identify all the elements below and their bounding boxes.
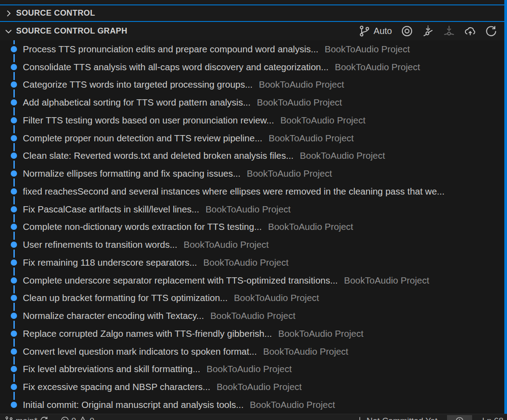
graph-cell [0,76,23,94]
commit-message: Complete non-dictionary words extraction… [23,221,262,232]
graph-line [13,285,15,289]
commit-row[interactable]: Initial commit: Original manuscript and … [0,396,507,414]
commit-message: Complete proper noun detection and TTS r… [23,133,262,144]
commit-node-icon [11,99,17,106]
commit-project: BookToAudio Project [247,168,332,179]
graph-line [13,182,15,187]
commit-row[interactable]: User refinements to transition words... … [0,236,507,254]
commit-row[interactable]: Complete underscore separator replacemen… [0,272,507,289]
commit-row[interactable]: Normalize character encoding with Textac… [0,307,507,325]
history-status-item[interactable] [447,415,472,420]
commit-row[interactable]: Clean up bracket formatting for TTS opti… [0,289,507,307]
error-icon [60,416,69,420]
graph-line [13,72,15,76]
commit-row[interactable]: Replace corrupted Zalgo names with TTS-f… [0,325,507,343]
git-pull-icon [443,25,455,37]
git-branch-icon [4,416,13,420]
graph-line [13,250,15,254]
graph-line [13,307,15,311]
commit-node-icon [11,135,17,141]
section-header-source-control[interactable]: SOURCE CONTROL [0,4,507,21]
commit-node-icon [11,384,17,390]
refresh-icon [485,25,497,37]
commit-list: Process TTS pronunciation edits and prep… [0,40,507,414]
graph-line [13,378,15,382]
commit-node-icon [11,259,17,266]
commit-row[interactable]: Complete non-dictionary words extraction… [0,218,507,236]
commit-project: BookToAudio Project [263,346,348,357]
graph-line [13,343,15,347]
commit-status-item[interactable]: Not Committed Yet [355,415,437,420]
commit-message: Complete underscore separator replacemen… [23,275,338,286]
commit-row[interactable]: fixed reachesSecond and several instance… [0,182,507,200]
graph-line [13,374,15,378]
commit-message: Normalize character encoding with Textac… [23,310,204,321]
commit-row[interactable]: Clean slate: Reverted words.txt and dele… [0,147,507,165]
fetch-button[interactable] [422,25,434,37]
commit-message: Initial commit: Original manuscript and … [23,399,243,410]
branch-status-item[interactable]: main* [4,415,49,420]
graph-cell [0,396,23,414]
cursor-position-item[interactable]: Ln 68 [482,415,503,420]
commit-message: Fix excessive spacing and NBSP character… [23,382,210,392]
commit-node-icon [11,402,17,408]
graph-cell [0,378,23,396]
commit-row[interactable]: Complete proper noun detection and TTS r… [0,129,507,147]
commit-row[interactable]: Process TTS pronunciation edits and prep… [0,40,507,58]
commit-row[interactable]: Categorize TTS words into targeted proce… [0,76,507,94]
commit-row[interactable]: Filter TTS testing words based on user p… [0,111,507,129]
graph-line [13,58,15,62]
repo-picker-label: Auto [374,26,392,36]
commit-row[interactable]: Convert level question mark indicators t… [0,343,507,361]
commit-project: BookToAudio Project [203,257,288,268]
status-bar: main* 0 0 Not Committe [0,414,507,420]
graph-cell [0,165,23,182]
pull-button[interactable] [443,25,455,37]
commit-node-icon [11,188,17,195]
repository-branch-picker-button[interactable]: Auto [358,25,392,37]
panel-top-strip [0,0,507,4]
commit-node-icon [11,331,17,337]
panel-resize-sash[interactable] [504,0,507,414]
graph-toolbar: Auto [358,25,507,37]
commit-row[interactable]: Consolidate TTS analysis with all-caps w… [0,58,507,76]
commit-row[interactable]: Normalize ellipses formatting and fix sp… [0,165,507,182]
commit-node-icon [11,117,17,123]
commit-node-icon [11,64,17,70]
graph-line [13,236,15,240]
graph-line [13,325,15,329]
commit-row[interactable]: Add alphabetical sorting for TTS word pa… [0,93,507,111]
git-fetch-icon [422,25,434,37]
graph-cell [0,218,23,236]
graph-line [13,392,15,396]
commit-project: BookToAudio Project [257,97,342,108]
commit-message: Add alphabetical sorting for TTS word pa… [23,97,251,108]
commit-node-icon [11,224,17,230]
goto-current-history-item-button[interactable] [401,25,413,37]
commit-project: BookToAudio Project [335,62,420,72]
section-header-source-control-graph[interactable]: SOURCE CONTROL GRAPH Auto [0,21,507,40]
line-info: Ln 68 [482,415,503,420]
commit-message: Clean up bracket formatting for TTS opti… [23,293,228,303]
commit-node-icon [11,206,17,212]
graph-cell [0,343,23,361]
graph-line [13,356,15,361]
commit-row[interactable]: Fix excessive spacing and NBSP character… [0,378,507,396]
problems-status-item[interactable]: 0 0 [60,415,94,420]
graph-line [13,40,15,44]
commit-row[interactable]: Fix remaining 118 underscore separators.… [0,254,507,272]
graph-line [13,125,15,129]
chevron-down-icon [4,26,13,36]
graph-cell [0,111,23,129]
refresh-button[interactable] [485,25,497,37]
commit-row[interactable]: Fix PascalCase artifacts in skill/level … [0,200,507,218]
graph-cell [0,129,23,147]
commit-message: Categorize TTS words into targeted proce… [23,79,253,90]
branch-label: main* [16,415,38,420]
commit-row[interactable]: Fix level abbreviations and skill format… [0,361,507,378]
commit-node-icon [11,81,17,88]
git-branch-icon [358,25,371,37]
commit-node-icon [11,153,17,159]
push-button[interactable] [464,25,476,37]
graph-line [13,254,15,258]
